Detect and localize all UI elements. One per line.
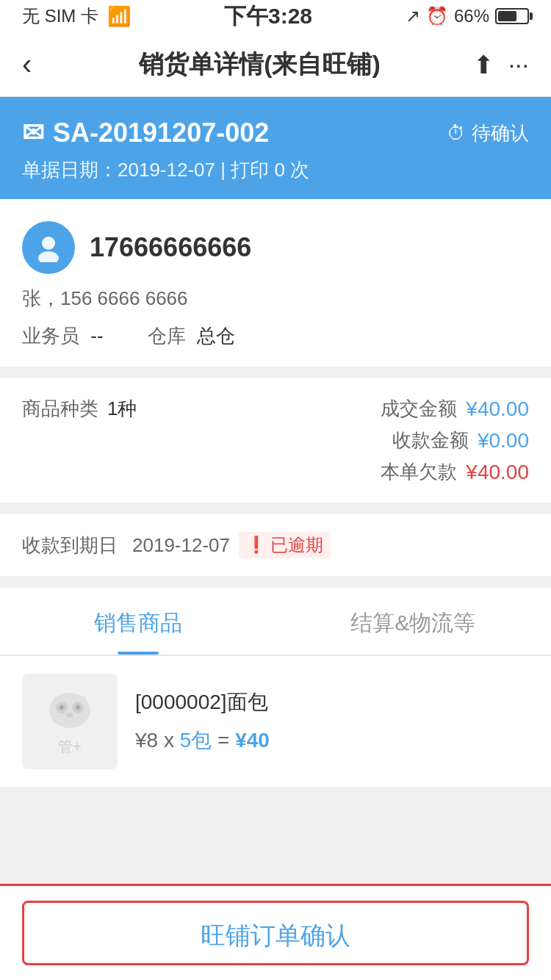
status-clock-icon: ⏱ xyxy=(447,122,466,145)
overdue-warning-icon: ❗ xyxy=(246,536,266,555)
svg-point-8 xyxy=(76,705,80,709)
wifi-icon: 📶 xyxy=(107,5,131,28)
tab-sales-products[interactable]: 销售商品 xyxy=(0,588,276,655)
svg-point-1 xyxy=(38,251,59,262)
arrears-value: ¥40.00 xyxy=(466,461,529,484)
tabs-section: 销售商品 结算&物流等 xyxy=(0,588,551,656)
collected-value: ¥0.00 xyxy=(478,429,529,453)
order-id-row: ✉ SA-20191207-002 ⏱ 待确认 xyxy=(22,118,529,148)
salesperson-label: 业务员 -- xyxy=(22,323,104,349)
overdue-badge: ❗ 已逾期 xyxy=(239,532,331,558)
back-button[interactable]: ‹ xyxy=(22,48,32,81)
product-info: [0000002]面包 ¥8 x 5包 = ¥40 xyxy=(135,688,529,754)
nav-bar: ‹ 销货单详情(来自旺铺) ⬆ ··· xyxy=(0,32,551,97)
battery-percent: 66% xyxy=(454,6,489,26)
more-icon[interactable]: ··· xyxy=(508,50,529,79)
tabs-row: 销售商品 结算&物流等 xyxy=(0,588,551,656)
amounts-section: 商品种类 1种 成交金额 ¥40.00 收款金额 ¥0.00 本单欠款 ¥40.… xyxy=(0,378,551,502)
customer-meta: 业务员 -- 仓库 总仓 xyxy=(22,323,529,349)
time-display: 下午3:28 xyxy=(224,1,312,32)
status-bar: 无 SIM 卡 📶 下午3:28 ↗ ⏰ 66% xyxy=(0,0,551,32)
svg-point-0 xyxy=(42,237,55,250)
transaction-value: ¥40.00 xyxy=(466,397,529,421)
status-right: ↗ ⏰ 66% xyxy=(406,6,529,26)
collected-label: 收款金额 xyxy=(392,428,469,453)
arrears-amount-row: 本单欠款 ¥40.00 xyxy=(381,459,529,485)
customer-phone: 17666666666 xyxy=(90,232,251,263)
location-icon: ↗ xyxy=(406,6,420,26)
status-text: 待确认 xyxy=(472,120,529,146)
battery-icon xyxy=(495,8,529,24)
avatar xyxy=(22,221,75,274)
due-date-value: 2019-12-07 xyxy=(132,534,230,557)
product-name: [0000002]面包 xyxy=(135,688,529,716)
amounts-right: 成交金额 ¥40.00 收款金额 ¥0.00 本单欠款 ¥40.00 xyxy=(381,396,529,485)
order-header: ✉ SA-20191207-002 ⏱ 待确认 单据日期：2019-12-07 … xyxy=(0,97,551,199)
due-date-label: 收款到期日 xyxy=(22,533,118,558)
product-equals: = xyxy=(212,729,235,752)
product-types-label: 商品种类 xyxy=(22,396,98,422)
status-left: 无 SIM 卡 📶 xyxy=(22,4,131,28)
product-thumbnail: 管+ xyxy=(22,674,118,769)
order-id-text: SA-20191207-002 xyxy=(53,118,269,148)
order-date: 单据日期：2019-12-07 | 打印 0 次 xyxy=(22,157,529,183)
alarm-icon: ⏰ xyxy=(426,6,448,26)
product-total: ¥40 xyxy=(235,729,270,752)
overdue-text: 已逾期 xyxy=(270,533,323,557)
arrears-label: 本单欠款 xyxy=(381,459,457,485)
confirm-order-button[interactable]: 旺铺订单确认 xyxy=(22,901,529,965)
nav-actions: ⬆ ··· xyxy=(473,50,529,79)
transaction-label: 成交金额 xyxy=(381,396,457,422)
due-section: 收款到期日 2019-12-07 ❗ 已逾期 xyxy=(0,514,551,576)
svg-point-7 xyxy=(60,705,64,709)
collected-amount-row: 收款金额 ¥0.00 xyxy=(392,428,529,453)
customer-section: 17666666666 张，156 6666 6666 业务员 -- 仓库 总仓 xyxy=(0,199,551,367)
customer-row: 17666666666 xyxy=(22,221,529,274)
product-types-value: 1种 xyxy=(107,396,137,422)
product-price-row: ¥8 x 5包 = ¥40 xyxy=(135,727,529,754)
order-id: ✉ SA-20191207-002 xyxy=(22,118,269,148)
share-icon[interactable]: ⬆ xyxy=(473,50,494,79)
customer-detail: 张，156 6666 6666 xyxy=(22,286,529,311)
carrier-text: 无 SIM 卡 xyxy=(22,4,98,28)
product-quantity: 5包 xyxy=(180,729,212,752)
page-title: 销货单详情(来自旺铺) xyxy=(46,48,472,82)
product-price: ¥8 x xyxy=(135,729,180,752)
warehouse-label: 仓库 总仓 xyxy=(148,323,235,349)
tab-settlement-logistics[interactable]: 结算&物流等 xyxy=(276,588,551,655)
product-types: 商品种类 1种 xyxy=(22,396,381,422)
product-item: 管+ [0000002]面包 ¥8 x 5包 = ¥40 xyxy=(0,656,551,787)
bottom-bar: 旺铺订单确认 xyxy=(0,884,551,980)
order-envelope-icon: ✉ xyxy=(22,118,44,148)
transaction-amount-row: 成交金额 ¥40.00 xyxy=(381,396,529,422)
order-status: ⏱ 待确认 xyxy=(447,120,529,146)
